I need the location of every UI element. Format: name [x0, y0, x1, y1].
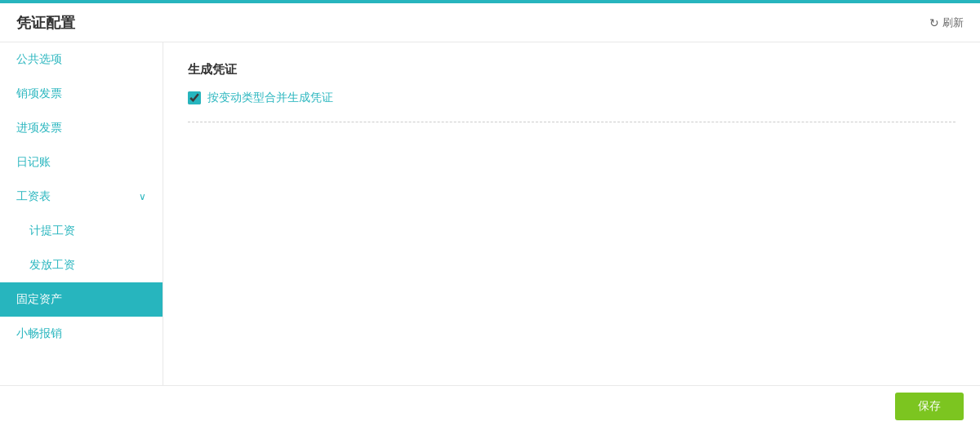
sidebar-item-diary-account[interactable]: 日记账 — [0, 145, 163, 180]
merge-checkbox[interactable] — [188, 91, 201, 104]
sidebar-label: 进项发票 — [16, 121, 62, 135]
refresh-icon: ↻ — [929, 16, 939, 29]
checkbox-row: 按变动类型合并生成凭证 — [188, 91, 956, 105]
sidebar-item-expense-report[interactable]: 小畅报销 — [0, 317, 163, 351]
save-button[interactable]: 保存 — [895, 393, 964, 420]
sidebar-label: 发放工资 — [29, 258, 75, 273]
sidebar-item-fixed-assets[interactable]: 固定资产 — [0, 282, 163, 317]
refresh-label: 刷新 — [942, 16, 964, 30]
sidebar-label: 日记账 — [16, 155, 51, 170]
sidebar-label: 固定资产 — [16, 292, 62, 307]
section-divider — [188, 122, 956, 122]
refresh-button[interactable]: ↻ 刷新 — [929, 16, 964, 30]
sidebar-label: 工资表 — [16, 189, 51, 204]
sidebar-label: 公共选项 — [16, 52, 62, 67]
sidebar-item-purchase-invoice[interactable]: 进项发票 — [0, 111, 163, 145]
sidebar-label: 小畅报销 — [16, 326, 62, 341]
sidebar-item-calc-payroll[interactable]: 计提工资 — [0, 214, 163, 248]
sidebar-item-payroll-table[interactable]: 工资表∨ — [0, 180, 163, 214]
sidebar-item-distribute-payroll[interactable]: 发放工资 — [0, 248, 163, 282]
page-header: 凭证配置 ↻ 刷新 — [0, 3, 980, 42]
page-footer: 保存 — [0, 385, 980, 426]
checkbox-label[interactable]: 按变动类型合并生成凭证 — [207, 91, 333, 105]
main-layout: 公共选项销项发票进项发票日记账工资表∨计提工资发放工资固定资产小畅报销 生成凭证… — [0, 42, 980, 385]
chevron-down-icon: ∨ — [139, 191, 146, 202]
sidebar-label: 销项发票 — [16, 87, 62, 101]
sidebar-item-sales-invoice[interactable]: 销项发票 — [0, 77, 163, 111]
sidebar-item-public-options[interactable]: 公共选项 — [0, 42, 163, 77]
page-title: 凭证配置 — [16, 13, 75, 33]
content-area: 生成凭证 按变动类型合并生成凭证 — [163, 42, 980, 385]
sidebar-label: 计提工资 — [29, 224, 75, 238]
sidebar: 公共选项销项发票进项发票日记账工资表∨计提工资发放工资固定资产小畅报销 — [0, 42, 163, 385]
section-title: 生成凭证 — [188, 62, 956, 78]
